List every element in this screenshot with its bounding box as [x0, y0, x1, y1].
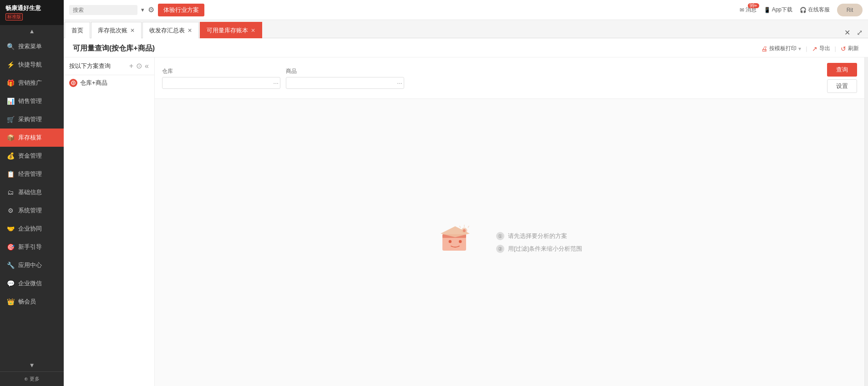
warehouse-dots-btn[interactable]: ···: [273, 79, 279, 87]
filter-add-btn[interactable]: +: [129, 62, 133, 70]
tab-inventory-batch[interactable]: 库存批次账 ✕: [91, 22, 142, 38]
refresh-btn[interactable]: ↺ 刷新: [841, 45, 859, 52]
query-settings-btn[interactable]: 设置: [827, 79, 857, 93]
topbar-msg-btn[interactable]: ✉ 消息 99+: [740, 6, 756, 14]
sidebar-item-label: 新手引导: [18, 243, 42, 251]
right-scrollbar[interactable]: [864, 57, 868, 386]
sidebar-item-库存核算[interactable]: 📦库存核算: [0, 129, 64, 147]
sidebar-header: 畅康通好生意 标准版: [0, 0, 64, 25]
scheme-label: 仓库+商品: [80, 79, 107, 87]
close-icon[interactable]: ✕: [130, 28, 135, 33]
sidebar-item-系统管理[interactable]: ⚙系统管理: [0, 201, 64, 220]
topbar-service-btn[interactable]: 🎧 在线客服: [800, 6, 830, 14]
content-area: 按以下方案查询 + ⊙ « 仓库+商品: [64, 57, 868, 386]
sidebar-scroll: 🔍搜索菜单⚡快捷导航🎁营销推广📊销售管理🛒采购管理📦库存核算💰资金管理📋经营管理…: [0, 37, 64, 359]
sidebar-item-icon: 🔧: [6, 261, 15, 269]
sidebar-item-label: 基础信息: [18, 188, 42, 196]
svg-point-8: [463, 229, 466, 232]
print-label: 按模板打印: [769, 45, 797, 52]
sidebar-item-快捷导航[interactable]: ⚡快捷导航: [0, 56, 64, 74]
print-dropdown-icon[interactable]: ▾: [798, 46, 801, 52]
sidebar-item-label: 快捷导航: [18, 61, 42, 69]
sidebar-item-新手引导[interactable]: 🎯新手引导: [0, 238, 64, 256]
tab-label: 可用量库存账本: [207, 26, 248, 35]
product-input-wrapper: ···: [286, 77, 404, 89]
sidebar-item-label: 营销推广: [18, 79, 42, 87]
sidebar-item-采购管理[interactable]: 🛒采购管理: [0, 110, 64, 129]
query-area: 仓库 ··· 商品 ··· 查询 设置: [155, 57, 864, 386]
export-btn[interactable]: ↗ 导出: [812, 45, 830, 52]
hint-num-2: ②: [496, 245, 504, 253]
close-tab-btn[interactable]: ✕: [843, 27, 852, 38]
sidebar-item-资金管理[interactable]: 💰资金管理: [0, 147, 64, 165]
print-icon: 🖨: [761, 45, 767, 52]
sidebar-item-搜索菜单[interactable]: 🔍搜索菜单: [0, 37, 64, 56]
topbar-dropdown-btn[interactable]: ▾: [141, 6, 144, 13]
close-icon[interactable]: ✕: [188, 28, 192, 33]
sidebar-item-icon: ⚡: [6, 61, 15, 69]
empty-inner: ① 请先选择要分析的方案 ② 用[过滤]条件来缩小分析范围: [437, 220, 582, 265]
sidebar-item-基础信息[interactable]: 🗂基础信息: [0, 183, 64, 201]
topbar-gear-btn[interactable]: ⚙: [148, 5, 154, 14]
svg-line-10: [468, 226, 469, 228]
sidebar-scroll-up[interactable]: ▲: [0, 25, 64, 37]
product-filter-field: 商品 ···: [286, 67, 404, 89]
svg-point-6: [459, 240, 462, 243]
sidebar-item-label: 库存核算: [18, 134, 42, 142]
product-dots-btn[interactable]: ···: [397, 79, 402, 87]
msg-badge: 99+: [748, 3, 759, 8]
print-btn[interactable]: 🖨 按模板打印 ▾: [761, 45, 801, 52]
tab-home[interactable]: 首页: [65, 22, 90, 38]
brand-tag: 标准版: [5, 13, 23, 21]
warehouse-input[interactable]: [162, 77, 280, 89]
product-input[interactable]: [286, 77, 404, 89]
sidebar-item-营销推广[interactable]: 🎁营销推广: [0, 74, 64, 92]
sidebar-item-label: 企业微信: [18, 279, 42, 288]
sidebar-item-icon: 📊: [6, 97, 15, 105]
scheme-icon: [69, 79, 77, 87]
sidebar-item-icon: 🔍: [6, 42, 15, 51]
sidebar-item-销售管理[interactable]: 📊销售管理: [0, 92, 64, 110]
filter-scheme-item[interactable]: 仓库+商品: [64, 75, 154, 91]
sidebar-item-label: 销售管理: [18, 97, 42, 105]
sidebar-item-企业协同[interactable]: 🤝企业协同: [0, 220, 64, 238]
filter-panel: 按以下方案查询 + ⊙ « 仓库+商品: [64, 57, 155, 386]
sidebar-item-应用中心[interactable]: 🔧应用中心: [0, 256, 64, 274]
tab-stock-summary[interactable]: 收发存汇总表 ✕: [142, 22, 199, 38]
export-icon: ↗: [812, 45, 817, 52]
sidebar-item-icon: 🤝: [6, 225, 15, 233]
sidebar-item-经营管理[interactable]: 📋经营管理: [0, 165, 64, 183]
filter-settings-btn[interactable]: ⊙: [136, 62, 142, 70]
sidebar-item-icon: 💬: [6, 279, 15, 288]
main-area: ▾ ⚙ 体验行业方案 ✉ 消息 99+ 📱 App下载 🎧 在线客服 Rit 首…: [64, 0, 868, 386]
sidebar-item-label: 搜索菜单: [18, 42, 42, 51]
topbar-industry-btn[interactable]: 体验行业方案: [158, 4, 204, 16]
refresh-icon: ↺: [841, 45, 846, 52]
sidebar-item-企业微信[interactable]: 💬企业微信: [0, 274, 64, 293]
tabbar-controls: ✕ ⤢: [839, 27, 868, 38]
filter-collapse-btn[interactable]: «: [145, 62, 149, 70]
avatar[interactable]: Rit: [837, 4, 863, 16]
query-btn[interactable]: 查询: [827, 63, 857, 77]
hint-item-1: ① 请先选择要分析的方案: [496, 232, 582, 240]
sidebar-scroll-down[interactable]: ▼: [0, 359, 64, 371]
filter-header: 按以下方案查询 + ⊙ «: [64, 57, 154, 75]
query-filters: 仓库 ··· 商品 ··· 查询 设置: [155, 57, 864, 99]
sidebar-item-畅会员[interactable]: 👑畅会员: [0, 293, 64, 311]
message-icon: ✉: [740, 7, 744, 13]
filter-scheme-list: 仓库+商品: [64, 75, 154, 91]
sidebar-item-icon: 👑: [6, 298, 15, 306]
topbar-search-input[interactable]: [69, 5, 137, 15]
page-header: 可用量查询(按仓库+商品) 🖨 按模板打印 ▾ | ↗ 导出 | ↺ 刷新: [64, 38, 868, 57]
divider: |: [835, 45, 836, 52]
close-icon[interactable]: ✕: [251, 28, 255, 33]
sidebar-item-icon: 📦: [6, 134, 15, 142]
tab-available-stock[interactable]: 可用量库存账本 ✕: [200, 22, 262, 38]
sidebar-item-icon: 🎯: [6, 243, 15, 251]
sidebar-footer[interactable]: ⊕ 更多: [0, 371, 64, 386]
svg-line-9: [459, 226, 460, 228]
topbar-app-btn[interactable]: 📱 App下载: [764, 6, 792, 14]
divider: |: [806, 45, 807, 52]
expand-tab-btn[interactable]: ⤢: [855, 27, 864, 38]
sidebar-item-label: 经营管理: [18, 170, 42, 178]
